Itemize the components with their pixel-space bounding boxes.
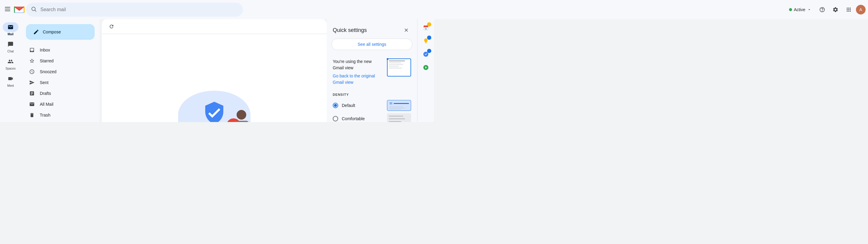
compose-label: Compose <box>43 30 61 34</box>
search-bar[interactable] <box>26 3 243 17</box>
compose-button[interactable]: Compose <box>26 24 95 40</box>
info-row: You're using the new Gmail view Go back … <box>333 58 411 86</box>
sent-label: Sent <box>40 80 90 85</box>
refresh-icon <box>109 24 114 29</box>
main-content <box>102 19 327 122</box>
see-all-settings-label: See all settings <box>358 42 386 47</box>
density-option-comfortable[interactable]: Comfortable <box>333 113 411 122</box>
nav-item-inbox[interactable]: Inbox <box>21 44 95 55</box>
svg-line-1 <box>35 10 36 11</box>
nav-item-more[interactable]: More <box>21 121 95 122</box>
all-mail-label: All Mail <box>40 102 90 106</box>
density-section: DENSITY Default Comforta <box>327 89 417 122</box>
density-default-radio-inner <box>334 104 337 107</box>
search-area <box>26 3 243 17</box>
calendar-badge <box>427 22 431 27</box>
mail-icon <box>7 24 13 30</box>
icon-sidebar: Mail Chat Spaces Meet <box>0 19 21 122</box>
sidebar-spaces-label: Spaces <box>5 67 16 70</box>
shield-icon <box>202 100 226 122</box>
sidebar-item-spaces[interactable]: Spaces <box>0 55 21 72</box>
svg-text:31: 31 <box>424 27 427 30</box>
info-text-group: You're using the new Gmail view Go back … <box>333 58 383 86</box>
main-body <box>102 34 327 122</box>
right-apps-sidebar: 31 <box>417 19 434 122</box>
close-icon <box>404 27 409 33</box>
density-option-default[interactable]: Default <box>333 100 411 111</box>
person-figure <box>232 109 250 122</box>
view-preview <box>387 58 411 77</box>
keep-app-button[interactable] <box>420 35 432 47</box>
go-back-link-text: Go back to the original Gmail view <box>333 73 375 85</box>
sent-icon <box>29 80 35 85</box>
quick-settings-panel: Quick settings See all settings You're u… <box>327 19 417 122</box>
quick-settings-header: Quick settings <box>327 19 417 38</box>
density-comfortable-radio[interactable] <box>333 116 338 121</box>
view-preview-dot <box>387 58 389 60</box>
inbox-icon <box>29 47 35 53</box>
see-all-settings-button[interactable]: See all settings <box>332 38 412 50</box>
contacts-app-button[interactable] <box>420 61 432 73</box>
density-default-radio[interactable] <box>333 103 338 108</box>
gmail-view-section: You're using the new Gmail view Go back … <box>327 55 417 89</box>
all-mail-icon <box>29 101 35 107</box>
calendar-app-button[interactable]: 31 <box>420 22 432 34</box>
view-preview-box <box>387 58 411 77</box>
tasks-badge <box>427 49 431 53</box>
content-toolbar <box>102 19 327 34</box>
sidebar-item-mail[interactable]: Mail <box>0 21 21 38</box>
nav-item-snoozed[interactable]: Snoozed <box>21 66 95 77</box>
drafts-icon <box>29 91 35 96</box>
density-default-label: Default <box>342 103 355 108</box>
sidebar-item-meet[interactable]: Meet <box>0 72 21 89</box>
gmail-logo-m-icon <box>14 5 25 14</box>
illustration-container <box>102 34 327 122</box>
trash-icon <box>29 112 35 118</box>
search-icon <box>31 6 37 13</box>
nav-item-drafts[interactable]: Drafts <box>21 88 95 99</box>
tasks-app-button[interactable] <box>420 48 432 60</box>
quick-settings-close-button[interactable] <box>401 25 411 35</box>
meet-icon <box>7 75 13 82</box>
nav-item-sent[interactable]: Sent <box>21 77 95 88</box>
nav-item-trash[interactable]: Trash <box>21 110 95 121</box>
menu-button[interactable] <box>5 3 10 15</box>
snoozed-icon <box>29 69 35 74</box>
density-comfortable-preview <box>387 113 411 122</box>
compose-pencil-icon <box>33 29 39 35</box>
sidebar-chat-label: Chat <box>7 50 13 53</box>
snoozed-label: Snoozed <box>40 69 90 74</box>
starred-label: Starred <box>40 58 90 63</box>
nav-item-starred[interactable]: Starred <box>21 55 95 66</box>
go-back-link[interactable]: Go back to the original Gmail view <box>333 73 383 86</box>
info-text-line2: Gmail view <box>333 65 383 71</box>
density-default-preview <box>387 100 411 111</box>
density-comfortable-label: Comfortable <box>342 116 365 121</box>
svg-point-0 <box>32 7 35 10</box>
chat-icon <box>7 41 13 47</box>
starred-icon <box>29 58 35 64</box>
inbox-label: Inbox <box>40 48 90 53</box>
nav-item-all-mail[interactable]: All Mail <box>21 99 95 110</box>
trash-label: Trash <box>40 113 90 118</box>
search-input[interactable] <box>40 7 238 12</box>
quick-settings-title: Quick settings <box>333 27 367 33</box>
contacts-icon <box>423 64 429 70</box>
header-left: Gmail <box>0 3 21 16</box>
info-text-line1: You're using the new <box>333 58 383 65</box>
hamburger-icon <box>5 7 10 11</box>
drafts-label: Drafts <box>40 91 90 96</box>
body-container: Mail Chat Spaces Meet <box>0 19 434 122</box>
sidebar-meet-label: Meet <box>7 84 14 87</box>
sidebar-mail-label: Mail <box>7 33 13 36</box>
spaces-icon <box>7 58 13 64</box>
left-nav-sidebar: Compose Inbox Starred <box>21 19 99 122</box>
density-section-title: DENSITY <box>333 93 411 96</box>
refresh-button[interactable] <box>107 22 116 31</box>
svg-rect-9 <box>424 26 428 27</box>
header: Gmail Active <box>0 0 434 19</box>
keep-badge <box>427 35 431 40</box>
sidebar-item-chat[interactable]: Chat <box>0 38 21 55</box>
